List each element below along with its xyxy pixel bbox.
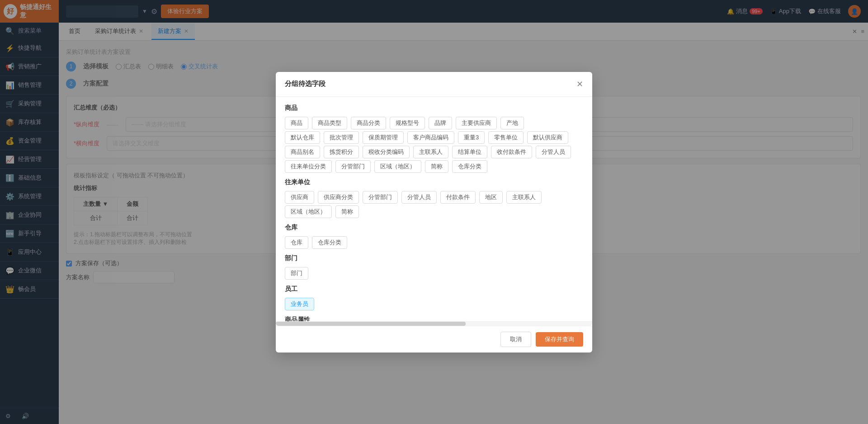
confirm-button[interactable]: 保存并查询 [536,332,583,347]
field-tag-batch-mgmt[interactable]: 批次管理 [324,131,359,144]
section-title-staff: 员工 [285,285,583,293]
field-tag-short-name-contact[interactable]: 简称 [335,205,359,218]
field-tag-warehouse-category[interactable]: 仓库分类 [312,236,347,249]
modal-horizontal-scrollbar[interactable] [276,321,592,326]
field-tag-product-category[interactable]: 商品分类 [351,117,386,129]
field-tag-default-warehouse[interactable]: 默认仓库 [285,131,320,144]
field-grid-contacts-row1: 供应商 供应商分类 分管部门 分管人员 付款条件 地区 主联系人 [285,191,583,204]
field-tag-warehouse-cat[interactable]: 仓库分类 [452,160,487,173]
section-title-products: 商品 [285,104,583,112]
field-tag-shelf-life[interactable]: 保质期管理 [363,131,404,144]
field-tag-payment-terms[interactable]: 收付款条件 [491,146,532,158]
field-tag-manager-contact[interactable]: 分管人员 [401,191,437,204]
field-tag-main-contact[interactable]: 主联系人 [413,146,448,158]
field-tag-main-contact2[interactable]: 主联系人 [506,191,542,204]
field-tag-origin[interactable]: 产地 [500,117,524,129]
field-tag-main-supplier[interactable]: 主要供应商 [456,117,497,129]
modal-overlay: 分组待选字段 ✕ 商品 商品 商品类型 商品分类 规格型号 品牌 主要供应商 产… [0,0,868,424]
field-tag-product-type[interactable]: 商品类型 [312,117,347,129]
field-tag-region-contact[interactable]: 区域（地区） [285,205,332,218]
modal-footer: 取消 保存并查询 [276,326,592,353]
field-tag-tax-code[interactable]: 税收分类编码 [363,146,410,158]
field-tag-region-product[interactable]: 区域（地区） [374,160,421,173]
field-tag-retail-unit[interactable]: 零售单位 [488,131,524,144]
field-tag-alias[interactable]: 商品别名 [285,146,320,158]
modal-body[interactable]: 商品 商品 商品类型 商品分类 规格型号 品牌 主要供应商 产地 默认仓库 批次… [276,97,592,321]
field-tag-dept[interactable]: 分管部门 [335,160,371,173]
modal-close-button[interactable]: ✕ [576,79,583,89]
modal-title: 分组待选字段 [285,80,326,88]
field-grid-warehouse: 仓库 仓库分类 [285,236,583,249]
field-tag-warehouse[interactable]: 仓库 [285,236,308,249]
field-grid-department: 部门 [285,267,583,280]
field-tag-payment-cond[interactable]: 付款条件 [440,191,476,204]
field-tag-supplier[interactable]: 供应商 [285,191,314,204]
field-tag-weight[interactable]: 重量3 [458,131,485,144]
field-grid-products: 商品 商品类型 商品分类 规格型号 品牌 主要供应商 产地 [285,117,583,129]
field-tag-short-name[interactable]: 简称 [425,160,448,173]
field-tag-settle-unit[interactable]: 结算单位 [452,146,487,158]
field-grid-products-row2: 默认仓库 批次管理 保质期管理 客户商品编码 重量3 零售单位 默认供应商 [285,131,583,144]
modal-hscroll-thumb [276,322,466,326]
field-tag-dept-contact[interactable]: 分管部门 [363,191,398,204]
field-grid-contacts-row2: 区域（地区） 简称 [285,205,583,218]
field-tag-department[interactable]: 部门 [285,267,308,280]
field-grid-products-row3: 商品别名 拣货积分 税收分类编码 主联系人 结算单位 收付款条件 分管人员 [285,146,583,158]
field-tag-area[interactable]: 地区 [479,191,503,204]
field-grid-products-row4: 往来单位分类 分管部门 区域（地区） 简称 仓库分类 [285,160,583,173]
field-tag-pick-points[interactable]: 拣货积分 [324,146,359,158]
modal: 分组待选字段 ✕ 商品 商品 商品类型 商品分类 规格型号 品牌 主要供应商 产… [276,72,592,353]
field-tag-manager[interactable]: 分管人员 [536,146,571,158]
section-title-contacts: 往来单位 [285,178,583,186]
section-title-product-props: 商品属性 [285,316,583,321]
field-tag-spec-model[interactable]: 规格型号 [390,117,425,129]
field-tag-contact-category[interactable]: 往来单位分类 [285,160,332,173]
field-tag-customer-code[interactable]: 客户商品编码 [407,131,454,144]
field-tag-salesperson[interactable]: 业务员 [285,298,314,310]
field-tag-product[interactable]: 商品 [285,117,308,129]
modal-header: 分组待选字段 ✕ [276,72,592,97]
section-title-department: 部门 [285,254,583,262]
cancel-button[interactable]: 取消 [500,332,531,347]
field-tag-brand[interactable]: 品牌 [429,117,452,129]
field-grid-staff: 业务员 [285,298,583,310]
field-tag-supplier-category[interactable]: 供应商分类 [318,191,359,204]
field-tag-default-supplier[interactable]: 默认供应商 [527,131,568,144]
section-title-warehouse: 仓库 [285,224,583,232]
